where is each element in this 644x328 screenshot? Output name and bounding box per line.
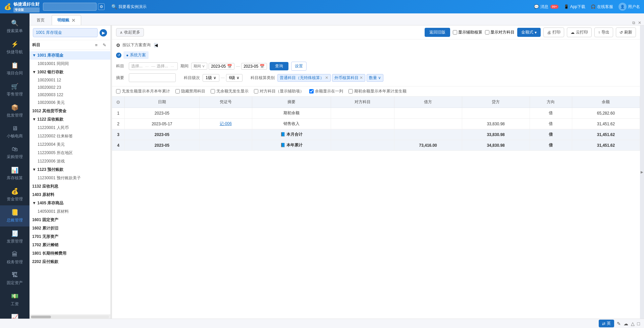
tree-item-1601[interactable]: 1601 固定资产 [30,216,110,224]
tree-item-14050001[interactable]: 14050001 原材料 [30,207,110,216]
online-service-btn[interactable]: 🎧 在线客服 [591,4,613,10]
language-btn[interactable]: ⇄ 英 [599,320,614,327]
search-btn[interactable]: 查询 [270,62,288,70]
tree-item-1002[interactable]: ▼ 1002 银行存款 [30,68,110,76]
right-collapse-handle[interactable]: ▶ [640,25,644,319]
collapse-arrow[interactable]: ◀ [154,43,158,48]
show-aux-input[interactable] [453,30,457,35]
system-scheme-btn[interactable]: ● 系统方案 [123,51,149,59]
type-tag3-dropdown[interactable]: ∨ [378,75,381,80]
expand-btn[interactable]: ∧ 收起更多 [116,28,144,37]
table-gear-icon[interactable]: ⚙ [116,100,120,105]
sidebar-item-inventory[interactable]: 📊 库存核算 [0,163,30,184]
tree-item-10020001[interactable]: 10020001 12 [30,76,110,84]
checkbox-hide-disabled[interactable]: 隐藏禁用科目 [175,88,205,94]
app-download-btn[interactable]: 📱 App下载 [564,4,585,10]
checkbox-one-col-input[interactable] [309,89,314,93]
checkbox-hide-disabled-input[interactable] [175,89,180,93]
tree-item-11220005[interactable]: 11220005 所在地区 [30,149,110,157]
cloud-icon[interactable]: ☁ [624,321,628,326]
tree-item-1012[interactable]: 1012 其他货币资金 [30,107,110,115]
toolbar-edit-icon[interactable]: ✎ [101,42,108,48]
triangle-icon[interactable]: △ [631,321,635,326]
checkbox-no-balance2-input[interactable] [211,89,215,93]
checkbox-no-balance[interactable]: 无发生额显示本月本年累计 [116,88,170,94]
settings-circle-icon[interactable]: ⚙ [116,43,120,48]
sidebar-item-invoice[interactable]: 🧾 发票管理 [0,226,30,248]
checkbox-opposite[interactable]: 对方科目（显示辅助项） [254,88,304,94]
demo-link[interactable]: 🔍 我要看实例演示 [111,4,147,10]
checkbox-no-balance-input[interactable] [116,89,120,93]
tree-scrollbar[interactable] [30,315,110,319]
tab-ledger[interactable]: 明细账 ✕ [52,15,81,25]
checkbox-period-balance-input[interactable] [348,89,353,93]
amount-format-dropdown[interactable]: 金额式 ▾ [517,28,541,37]
tree-item-11220001[interactable]: 11220001 人民币 [30,124,110,132]
sidebar-item-fixed-assets[interactable]: 🏗 固定资产 [0,268,30,289]
sidebar-item-purchase[interactable]: 🛍 采购管理 [0,142,30,163]
tab-home[interactable]: 首页 [31,15,50,25]
search-settings-icon[interactable]: ⚙ [98,3,105,10]
tree-item-1701[interactable]: 1701 无形资产 [30,233,110,241]
tree-item-11230001[interactable]: 11230001 预付账款美子 [30,174,110,182]
tree-item-1801[interactable]: 1801 长期待摊费用 [30,249,110,258]
checkbox-no-balance2[interactable]: 无余额无发生显示 [211,88,249,94]
sidebar-item-operations[interactable]: 📈 经营管理 [0,310,30,319]
return-old-btn[interactable]: 返回旧版 [425,28,450,37]
summary-input[interactable] [129,73,176,82]
tree-item-10020003[interactable]: 10020003 122 [30,91,110,99]
tree-item-1123[interactable]: ▼ 1123 预付账款 [30,166,110,174]
show-aux-checkbox[interactable]: 显示辅助核算 [453,29,482,35]
tree-item-1122[interactable]: ▼ 1122 应收账款 [30,115,110,124]
tree-item-1403[interactable]: 1403 原材料 [30,191,110,199]
message-btn[interactable]: 💬 消息 99+ [534,4,558,10]
user-area[interactable]: 👤 用户名 [619,3,640,11]
tree-item-1405[interactable]: ▼ 1405 库存商品 [30,199,110,207]
sidebar-item-quicknav[interactable]: ⚡ 快捷导航 [0,37,30,58]
sidebar-item-project[interactable]: 📋 项目合同 [0,58,30,79]
top-search-input[interactable] [43,3,97,11]
checkbox-period-balance[interactable]: 期初余额显示本年累计发生额 [348,88,407,94]
print-btn[interactable]: 🖨 打印 [543,27,564,37]
sidebar-item-search[interactable]: 🔍 搜索菜单 [0,16,30,37]
window-restore-icon[interactable]: ⧉ [632,20,635,25]
sidebar-item-finance[interactable]: 💰 资金管理 [0,184,30,205]
voucher-link[interactable]: 记-006 [220,121,232,126]
type-tag1-remove[interactable]: ✕ [325,75,328,80]
sidebar-item-payroll[interactable]: 💵 工资 [0,289,30,310]
export-btn[interactable]: ↑ 导出 [594,27,613,37]
checkbox-opposite-input[interactable] [254,89,258,93]
type-tag2-remove[interactable]: ✕ [360,75,363,80]
settings-btn[interactable]: 设置 [291,62,307,71]
edit-icon[interactable]: ✎ [617,321,621,326]
tree-item-1001[interactable]: ▼ 1001 库存现金 [30,51,110,60]
period-start-input[interactable]: 2023-05 📅 [209,63,234,70]
tree-item-10020002[interactable]: 10020002 23 [30,84,110,91]
tab-close-icon[interactable]: ✕ [71,18,75,23]
tree-item-1132[interactable]: 1132 应收利息 [30,182,110,191]
tree-item-2202[interactable]: 2202 应付账款 [30,258,110,266]
checkbox-one-col[interactable]: 余额显示在一列 [309,88,343,94]
tree-item-10010001[interactable]: 10010001 同同同 [30,60,110,68]
refresh-btn[interactable]: ↺ 刷新 [616,27,636,37]
cloud-print-btn[interactable]: ☁ 云打印 [567,27,592,37]
level-start-select[interactable]: 1级 ∨ [203,74,219,82]
scheme-refresh-icon[interactable]: ↺ [116,53,121,58]
subject-selector[interactable]: 1001 库存现金 [33,28,98,37]
tree-item-10020006[interactable]: 10020006 美元 [30,99,110,107]
sidebar-item-wholesale[interactable]: 📦 批发管理 [0,101,30,122]
show-opposite-input[interactable] [485,30,489,35]
tree-item-1602[interactable]: 1602 累计折旧 [30,224,110,233]
sidebar-item-ledger[interactable]: 📒 总账管理 [0,205,30,226]
tree-item-11220002[interactable]: 11220002 往来标签 [30,132,110,140]
tree-item-11220006[interactable]: 11220006 游戏 [30,157,110,166]
box-icon[interactable]: □ [637,321,640,326]
level-end-select[interactable]: 6级 ∨ [226,74,243,82]
tree-item-11220004[interactable]: 11220004 美元 [30,140,110,149]
sidebar-item-ecommerce[interactable]: 🖥 小畅电商 [0,122,30,142]
period-end-input[interactable]: 2023-05 📅 [241,63,267,70]
tree-item-1702[interactable]: 1702 累计摊销 [30,241,110,249]
window-close-icon[interactable]: ✕ [638,20,641,25]
period-mode-selector[interactable]: 期间 ∨ [191,63,207,70]
subject-input-area[interactable]: 选择... ··· — 选择... ··· [129,62,178,70]
